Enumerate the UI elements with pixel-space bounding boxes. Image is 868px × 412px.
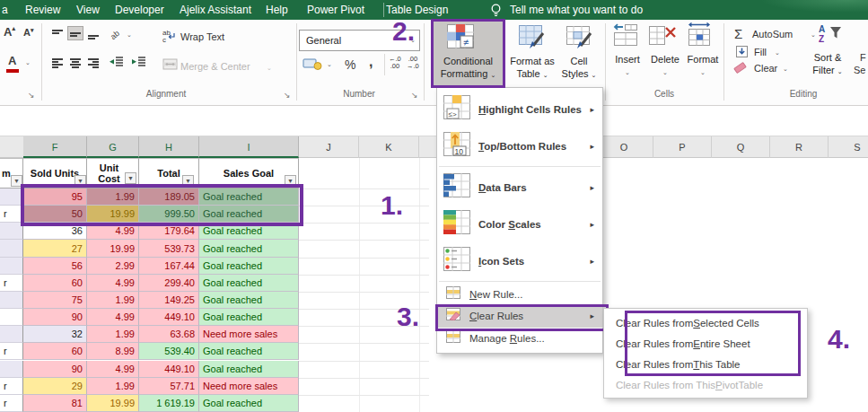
table-cell[interactable]: 90 [23, 309, 87, 326]
grow-font-icon[interactable]: A▴ [4, 25, 15, 39]
table-cell[interactable]: 60 [23, 343, 87, 360]
font-color-icon[interactable]: A [8, 54, 16, 67]
table-cell[interactable]: 19.99 [87, 395, 139, 412]
align-left-icon[interactable] [49, 55, 66, 69]
table-cell[interactable]: 149.25 [139, 292, 199, 309]
table-cell[interactable]: 2.99 [87, 258, 139, 275]
table-cell[interactable]: 8.99 [87, 343, 139, 360]
tab-partial-left[interactable]: a [2, 0, 8, 20]
item-cell-partial[interactable]: r [0, 378, 23, 395]
table-cell[interactable]: 449.10 [139, 309, 199, 326]
table-cell[interactable]: Need more sales [199, 326, 299, 343]
merge-center-button[interactable]: Merge & Center [180, 61, 250, 72]
column-header-H[interactable]: H [139, 136, 199, 158]
table-cell[interactable]: 81 [23, 395, 87, 412]
menu-item-color-scales[interactable]: Color Scales▸ [437, 206, 602, 242]
menu-item-data-bars[interactable]: Data Bars▸ [437, 169, 602, 206]
find-select-partial[interactable]: F [860, 52, 866, 63]
table-cell[interactable]: Need more sales [199, 378, 299, 395]
table-cell[interactable]: 4.99 [87, 361, 139, 378]
format-as-table-label[interactable]: Format as [505, 56, 559, 66]
column-header-G[interactable]: G [87, 136, 139, 158]
filter-dropdown-icon[interactable]: ▼ [125, 172, 136, 184]
column-header-S[interactable]: S [829, 136, 868, 158]
item-cell-partial[interactable] [0, 292, 23, 309]
table-cell[interactable]: 1.99 [87, 326, 139, 343]
column-header-Q[interactable]: Q [712, 136, 770, 158]
menu-item-new-rule[interactable]: New Rule... [437, 284, 602, 304]
column-header-K[interactable]: K [359, 136, 419, 158]
column-header-O[interactable]: O [595, 136, 653, 158]
table-cell[interactable]: Goal reached [199, 343, 299, 360]
table-cell[interactable]: Goal reached [199, 395, 299, 412]
table-cell[interactable]: Goal reached [199, 292, 299, 309]
item-cell-partial[interactable] [0, 326, 23, 343]
align-center-icon[interactable] [67, 55, 83, 69]
table-cell[interactable]: 90 [23, 361, 87, 378]
sort-filter-button[interactable]: Sort & [806, 52, 849, 63]
percent-style-button[interactable]: % [345, 57, 355, 72]
table-cell[interactable]: 539.40 [139, 343, 199, 360]
column-header-J[interactable]: J [299, 136, 359, 158]
table-cell[interactable]: Goal reached [199, 240, 299, 257]
format-dropdown-icon[interactable]: ⌄ [700, 69, 706, 76]
table-cell[interactable]: 57.71 [139, 378, 199, 395]
menu-item-highlight-cells-rules[interactable]: ≤>Highlight Cells Rules▸ [437, 91, 602, 127]
table-cell[interactable]: 4.99 [87, 275, 139, 292]
table-cell[interactable]: Goal reached [199, 258, 299, 275]
increase-decimal-button[interactable]: ←.0.00 [389, 56, 401, 70]
wrap-text-icon[interactable]: ab c [162, 29, 178, 42]
item-cell-partial[interactable]: r [0, 343, 23, 360]
item-cell-partial[interactable] [0, 309, 23, 326]
clear-dropdown-icon[interactable]: ⌄ [783, 66, 788, 73]
table-cell[interactable]: 1.99 [87, 378, 139, 395]
table-cell[interactable]: 60 [23, 275, 87, 292]
column-header-P[interactable]: P [653, 136, 712, 158]
item-cell-partial[interactable] [0, 240, 23, 257]
table-cell[interactable]: 63.68 [139, 326, 199, 343]
table-cell[interactable]: 449.10 [139, 361, 199, 378]
item-cell-partial[interactable] [0, 361, 23, 378]
formula-bar-area[interactable] [0, 107, 868, 136]
delete-dropdown-icon[interactable]: ⌄ [662, 69, 668, 76]
table-cell[interactable]: 539.73 [139, 240, 199, 257]
increase-indent-icon[interactable] [131, 56, 147, 68]
decrease-indent-icon[interactable] [109, 56, 125, 68]
table-cell[interactable]: 4.99 [87, 309, 139, 326]
table-cell[interactable]: 32 [23, 326, 87, 343]
table-cell[interactable]: 167.44 [139, 258, 199, 275]
menu-item-icon-sets[interactable]: Icon Sets▸ [437, 242, 602, 279]
tab-review[interactable]: Review [25, 0, 60, 20]
autosum-button[interactable]: AutoSum [752, 29, 793, 39]
accounting-dropdown-icon[interactable]: ⌄ [327, 61, 332, 68]
format-button[interactable]: Format [683, 54, 723, 65]
font-dialog-launcher-icon[interactable]: ↘ [28, 92, 35, 100]
table-cell[interactable]: 29 [23, 378, 87, 395]
merge-center-dropdown-icon[interactable]: ⌄ [267, 65, 272, 72]
orientation-dropdown-icon[interactable]: ⌄ [127, 31, 132, 39]
table-cell[interactable]: 56 [23, 258, 87, 275]
autosum-dropdown-icon[interactable]: ⌄ [811, 31, 816, 39]
table-cell[interactable]: 19.99 [87, 240, 139, 257]
tab-power-pivot[interactable]: Power Pivot [307, 0, 364, 20]
clear-button[interactable]: Clear [754, 63, 777, 74]
shrink-font-icon[interactable]: A▾ [23, 27, 33, 38]
item-cell-partial[interactable] [0, 258, 23, 275]
tell-me-box[interactable]: Tell me what you want to do [510, 0, 643, 20]
table-cell[interactable]: 27 [23, 240, 87, 257]
table-cell[interactable]: Goal reached [199, 309, 299, 326]
insert-button[interactable]: Insert [609, 54, 646, 65]
item-cell-partial[interactable]: r [0, 395, 23, 412]
fill-button[interactable]: Fill [754, 47, 767, 57]
table-cell[interactable]: 1.99 [87, 292, 139, 309]
column-header-F[interactable]: F [23, 136, 87, 158]
tab-help[interactable]: Help [266, 0, 288, 20]
column-header-I[interactable]: I [199, 136, 299, 158]
menu-item-top-bottom-rules[interactable]: 10Top/Bottom Rules▸ [437, 127, 602, 164]
tab-ajelix-assistant[interactable]: Ajelix Assistant [180, 0, 251, 20]
cell-styles-label[interactable]: Cell [558, 56, 600, 66]
table-cell[interactable]: Goal reached [199, 275, 299, 292]
delete-button[interactable]: Delete [645, 54, 685, 65]
column-header-R[interactable]: R [770, 136, 829, 158]
tab-developer[interactable]: Developer [115, 0, 164, 20]
